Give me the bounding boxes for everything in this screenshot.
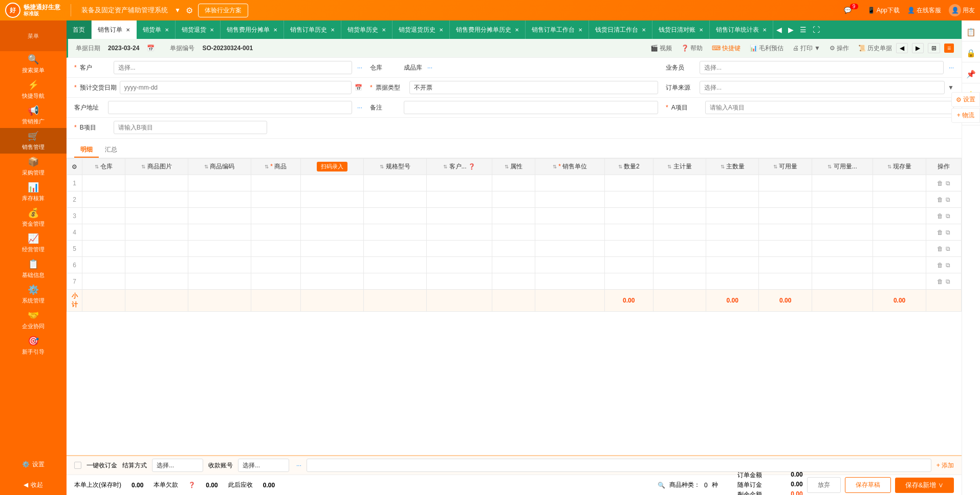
table-cell[interactable] <box>812 191 873 208</box>
table-cell[interactable] <box>492 175 535 191</box>
table-cell[interactable] <box>706 273 759 290</box>
tab-stats-close[interactable]: ✕ <box>763 27 767 33</box>
settings-floating-btn[interactable]: ⚙ 设置 <box>951 92 962 107</box>
form-view-btn[interactable]: ≡ <box>944 44 954 53</box>
tab-order-history-close[interactable]: ✕ <box>331 27 335 33</box>
sidebar-item-management[interactable]: 📈 经营管理 <box>0 230 67 256</box>
table-cell[interactable] <box>604 191 653 208</box>
row-copy-btn[interactable]: ⧉ <box>946 245 950 252</box>
table-cell[interactable] <box>653 208 706 224</box>
table-cell[interactable] <box>653 224 706 241</box>
tab-next-btn[interactable]: ▶ <box>785 26 797 34</box>
logistics-btn[interactable]: + 物流 <box>951 108 962 123</box>
table-cell[interactable] <box>426 224 492 241</box>
table-cell[interactable] <box>759 257 812 273</box>
right-panel-btn-3[interactable]: 📌 <box>962 65 981 83</box>
tab-cash-workbench[interactable]: 钱货日清工作台 ✕ <box>589 20 652 39</box>
table-cell[interactable] <box>426 241 492 257</box>
row-copy-btn[interactable]: ⧉ <box>946 180 950 187</box>
table-cell[interactable] <box>759 241 812 257</box>
table-cell[interactable] <box>812 224 873 241</box>
table-cell[interactable] <box>364 208 427 224</box>
account-select[interactable]: 选择... <box>238 459 289 472</box>
calendar-icon[interactable]: 📅 <box>147 45 155 52</box>
table-cell[interactable] <box>535 191 605 208</box>
table-cell[interactable] <box>873 241 926 257</box>
discard-btn[interactable]: 放弃 <box>807 477 841 493</box>
tab-cash-reconcile[interactable]: 钱货日清对账 ✕ <box>652 20 710 39</box>
table-cell[interactable] <box>653 273 706 290</box>
table-cell[interactable] <box>364 257 427 273</box>
tab-sales-goods[interactable]: 销货单 ✕ <box>137 20 176 39</box>
amount-input[interactable]: 0.00 <box>307 459 931 472</box>
staff-more-btn[interactable]: ··· <box>949 64 954 71</box>
tab-goods-history[interactable]: 销货单历史 ✕ <box>341 20 393 39</box>
sidebar-item-search[interactable]: 🔍 搜索菜单 <box>0 51 67 77</box>
next-record-btn[interactable]: ▶ <box>912 43 924 53</box>
table-cell[interactable] <box>125 224 188 241</box>
dropdown-icon[interactable]: ▼ <box>175 7 181 14</box>
table-cell[interactable] <box>535 208 605 224</box>
sidebar-item-marketing[interactable]: 📢 营销推广 <box>0 102 67 128</box>
table-cell[interactable] <box>364 224 427 241</box>
remark-input[interactable] <box>404 101 658 114</box>
table-cell[interactable] <box>426 191 492 208</box>
table-cell[interactable] <box>535 224 605 241</box>
table-cell[interactable] <box>492 257 535 273</box>
tab-order-workbench[interactable]: 销售订单工作台 ✕ <box>526 20 589 39</box>
row-delete-btn[interactable]: 🗑 <box>937 278 943 285</box>
table-cell[interactable] <box>364 273 427 290</box>
right-panel-btn-2[interactable]: 🔒 <box>962 44 981 62</box>
b-project-input[interactable] <box>114 121 267 134</box>
table-cell[interactable] <box>426 175 492 191</box>
table-cell[interactable] <box>812 257 873 273</box>
table-cell[interactable] <box>873 175 926 191</box>
tab-return-history-close[interactable]: ✕ <box>439 27 443 33</box>
table-cell[interactable] <box>82 224 125 241</box>
row-delete-btn[interactable]: 🗑 <box>937 180 943 187</box>
table-cell[interactable] <box>653 191 706 208</box>
industry-btn[interactable]: 体验行业方案 <box>198 4 248 17</box>
table-cell[interactable] <box>604 224 653 241</box>
table-cell[interactable] <box>653 241 706 257</box>
tab-sales-order[interactable]: 销售订单 ✕ <box>92 20 137 39</box>
table-cell[interactable] <box>535 175 605 191</box>
table-cell[interactable] <box>300 208 364 224</box>
tab-goods-history-close[interactable]: ✕ <box>382 27 386 33</box>
scan-btn[interactable]: 扫码录入 <box>317 162 347 171</box>
save-new-btn[interactable]: 保存&新增 ∨ <box>895 478 954 493</box>
sidebar-item-sales[interactable]: 🛒 销售管理 <box>0 128 67 154</box>
ticket-select[interactable]: 不开票 <box>409 81 658 94</box>
sidebar-item-inventory[interactable]: 📊 库存核算 <box>0 179 67 205</box>
table-cell[interactable] <box>653 175 706 191</box>
table-cell[interactable] <box>364 241 427 257</box>
table-cell[interactable] <box>535 241 605 257</box>
table-cell[interactable] <box>251 257 300 273</box>
sidebar-item-system[interactable]: ⚙️ 系统管理 <box>0 282 67 307</box>
row-copy-btn[interactable]: ⧉ <box>946 196 950 203</box>
a-project-input[interactable] <box>705 101 954 114</box>
address-more-btn[interactable]: ··· <box>357 104 362 111</box>
table-cell[interactable] <box>251 241 300 257</box>
print-dropdown-icon[interactable]: ▼ <box>814 45 820 52</box>
table-cell[interactable] <box>188 208 251 224</box>
right-panel-btn-1[interactable]: 📋 <box>962 23 981 41</box>
tab-return-history[interactable]: 销货退货历史 ✕ <box>393 20 450 39</box>
tab-order-history[interactable]: 销售订单历史 ✕ <box>284 20 341 39</box>
tab-cash-reconcile-close[interactable]: ✕ <box>699 27 703 33</box>
tab-expense-history[interactable]: 销售费用分摊单历史 ✕ <box>450 20 526 39</box>
table-cell[interactable] <box>188 257 251 273</box>
grid-view-btn[interactable]: ⊞ <box>928 43 940 53</box>
table-cell[interactable] <box>706 208 759 224</box>
row-delete-btn[interactable]: 🗑 <box>937 245 943 252</box>
view-btn[interactable]: 🎬 视频 <box>650 44 672 53</box>
sidebar-item-guide[interactable]: 🎯 新手引导 <box>0 333 67 358</box>
tab-sales-return[interactable]: 销货退货 ✕ <box>176 20 221 39</box>
table-cell[interactable] <box>125 257 188 273</box>
table-cell[interactable] <box>812 273 873 290</box>
table-cell[interactable] <box>125 175 188 191</box>
table-cell[interactable] <box>188 241 251 257</box>
table-cell[interactable] <box>251 208 300 224</box>
table-cell[interactable] <box>604 208 653 224</box>
sidebar-item-basic[interactable]: 📋 基础信息 <box>0 256 67 282</box>
